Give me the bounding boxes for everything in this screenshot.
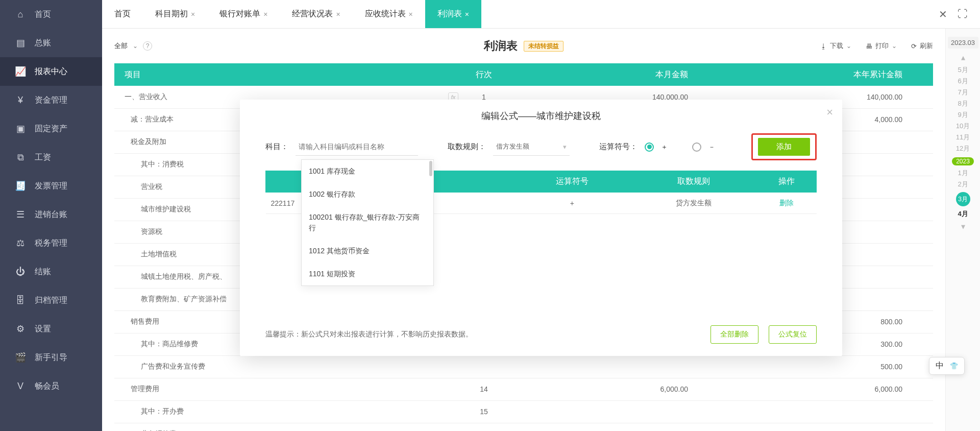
delete-all-button[interactable]: 全部删除 [710,325,758,344]
label-operator: 运算符号： [599,142,638,152]
radio-minus[interactable] [692,142,701,152]
download-label: 下载 [830,41,843,51]
ime-lang[interactable]: 中 [936,361,944,371]
table-row[interactable]: 管理费用146,000.006,000.00 [114,378,933,400]
cell-month [504,355,719,378]
op-plus-label: ＋ [661,142,668,152]
sidebar-item-payroll[interactable]: ⧉工资 [0,143,102,172]
month-item[interactable]: 10月 [953,121,973,132]
month-item[interactable]: 9月 [953,109,973,121]
fullscreen-icon[interactable]: ⛶ [958,8,968,20]
tax-icon: ⚖ [15,238,26,248]
sidebar-item-tax[interactable]: ⚖税务管理 [0,229,102,257]
sidebar-item-member[interactable]: V畅会员 [0,372,102,400]
close-icon[interactable]: × [263,10,267,18]
month-item[interactable]: 6月 [953,76,973,87]
close-icon[interactable]: × [465,10,469,18]
help-icon[interactable]: ? [143,41,152,51]
download-button[interactable]: ⭳下载⌄ [820,41,851,51]
tab-operation[interactable]: 经营状况表× [280,0,352,28]
month-item[interactable]: 1月 [953,167,973,179]
cell-rownum: 15 [463,400,504,423]
payroll-icon: ⧉ [15,152,26,162]
modal-close-button[interactable]: × [826,106,833,119]
refresh-label: 刷新 [920,41,933,51]
sidebar-item-fixed-assets[interactable]: ▣固定资产 [0,114,102,143]
tab-bank-recon[interactable]: 银行对账单× [207,0,280,28]
sidebar-item-label: 畅会员 [35,381,59,392]
arrow-down-icon[interactable]: ▾ [961,222,965,231]
sidebar-item-close[interactable]: ⏻结账 [0,257,102,286]
rule-select[interactable]: 借方发生额▾ [493,138,570,156]
month-item[interactable]: 5月 [953,64,973,76]
sidebar-item-label: 结账 [35,267,51,277]
tab-label: 首页 [114,9,131,19]
dropdown-item[interactable]: 1002 银行存款 [302,183,433,206]
close-all-icon[interactable]: ✕ [939,8,947,20]
download-icon: ⭳ [820,42,827,50]
month-item[interactable]: 2月 [953,179,973,190]
label-subject: 科目： [265,142,288,152]
chart-icon: 📈 [15,66,26,77]
sidebar: ⌂首页 ▤总账 📈报表中心 ¥资金管理 ▣固定资产 ⧉工资 🧾发票管理 ☰进销台… [0,0,102,431]
arrow-up-icon[interactable]: ▴ [961,53,965,62]
radio-plus[interactable] [645,142,654,152]
tab-profit[interactable]: 利润表× [425,0,481,28]
table-row[interactable]: 业务招待费16 [114,423,933,431]
ime-settings-icon[interactable]: 👕 [950,362,958,370]
subject-input[interactable] [296,138,418,156]
cell-project: 其中：开办费 [114,400,463,423]
scrollbar[interactable] [429,161,432,176]
sidebar-item-label: 报表中心 [35,66,67,77]
sidebar-item-guide[interactable]: 🎬新手引导 [0,343,102,372]
sidebar-item-archive[interactable]: 🗄归档管理 [0,286,102,315]
month-next[interactable]: 4月 [953,208,973,220]
tab-receivable[interactable]: 应收统计表× [353,0,425,28]
ledger-icon: ▤ [15,38,26,48]
add-button[interactable]: 添加 [758,138,810,156]
cell-rownum: 16 [463,423,504,431]
table-row[interactable]: 广告费和业务宣传费500.00 [114,355,933,378]
month-item[interactable]: 7月 [953,87,973,98]
month-item[interactable]: 11月 [953,132,973,143]
dropdown-item[interactable]: 1101 短期投资 [302,262,433,285]
month-current[interactable]: 3月 [956,192,970,206]
sidebar-item-home[interactable]: ⌂首页 [0,0,102,29]
dropdown-item[interactable]: 1001 库存现金 [302,160,433,183]
close-icon[interactable]: × [336,10,340,18]
refresh-button[interactable]: ⟳刷新 [911,41,933,51]
sidebar-item-ledger[interactable]: ▤总账 [0,29,102,57]
filter-all[interactable]: 全部 ⌄ ? [114,41,152,51]
tab-home[interactable]: 首页 [102,0,143,28]
th-rownum: 行次 [463,63,504,86]
sidebar-item-settings[interactable]: ⚙设置 [0,315,102,343]
print-button[interactable]: 🖶打印⌄ [866,41,897,51]
dropdown-item[interactable]: 100201 银行存款_银行存款-万安商行 [302,206,433,240]
sidebar-item-funds[interactable]: ¥资金管理 [0,86,102,114]
footer-tip: 温馨提示：新公式只对未出报表进行计算，不影响历史报表数据。 [265,330,473,339]
month-item[interactable]: 12月 [953,143,973,154]
cell-year: 500.00 [719,355,933,378]
add-button-highlight: 添加 [751,133,817,160]
month-item[interactable]: 8月 [953,98,973,109]
footer-buttons: 全部删除 公式复位 [710,325,817,344]
sidebar-item-purchase-sales[interactable]: ☰进销台账 [0,200,102,229]
close-icon[interactable]: × [191,10,195,18]
table-row[interactable]: 其中：开办费15 [114,400,933,423]
sidebar-item-reports[interactable]: 📈报表中心 [0,57,102,86]
sidebar-item-label: 新手引导 [35,352,67,363]
modal-title: 编辑公式——城市维护建设税 [481,111,601,121]
tab-label: 利润表 [437,9,462,19]
period-header[interactable]: 2023.03 [948,37,978,49]
close-icon[interactable]: × [409,10,413,18]
th-rule: 取数规则 [631,171,757,193]
sidebar-item-label: 固定资产 [35,124,67,134]
cell-year: 6,000.00 [719,378,933,400]
year-pill[interactable]: 2023 [952,157,974,165]
dropdown-item[interactable]: 1012 其他货币资金 [302,240,433,262]
row-delete-link[interactable]: 删除 [757,193,817,214]
tab-subject-init[interactable]: 科目期初× [143,0,207,28]
ime-bar[interactable]: 中 👕 [929,357,965,375]
reset-formula-button[interactable]: 公式复位 [769,325,817,344]
sidebar-item-invoice[interactable]: 🧾发票管理 [0,172,102,200]
